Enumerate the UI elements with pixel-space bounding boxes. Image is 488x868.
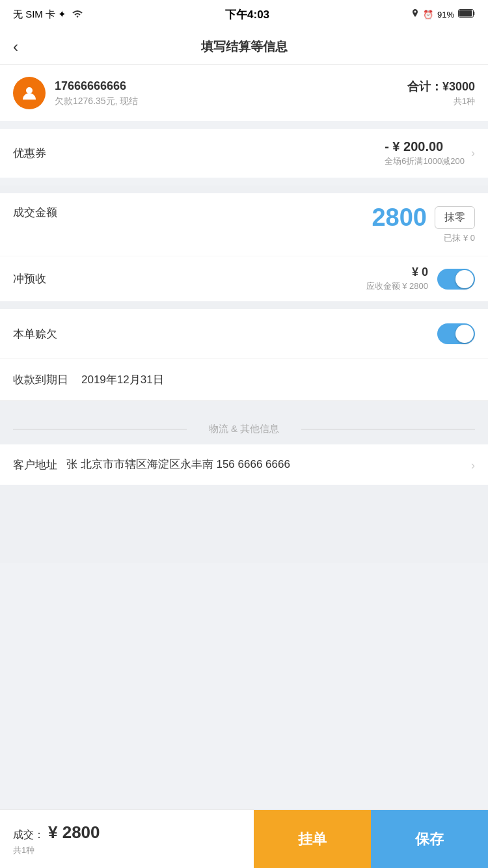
coupon-label: 优惠券	[13, 146, 46, 161]
location-icon	[411, 9, 419, 20]
section-divider-1	[0, 185, 488, 193]
logistics-text: 物流 & 其他信息	[209, 423, 279, 435]
total-count: 共1种	[407, 96, 475, 107]
section-divider-2	[0, 301, 488, 309]
toggle-knob	[455, 270, 474, 288]
credit-toggle-knob	[455, 325, 474, 343]
deal-amount-right: 2800 抹零 已抹 ¥ 0	[372, 205, 475, 244]
hold-button[interactable]: 挂单	[254, 810, 371, 869]
coupon-row[interactable]: 优惠券 - ¥ 200.00 全场6折满1000减200 ›	[0, 129, 488, 178]
due-date-value: 2019年12月31日	[81, 372, 164, 387]
status-bar: 无 SIM 卡 ✦ 下午4:03 ⏰ 91%	[0, 0, 488, 29]
due-date-row: 收款到期日 2019年12月31日	[0, 359, 488, 401]
logistics-divider: 物流 & 其他信息	[0, 414, 488, 444]
bottom-bar: 成交： ¥ 2800 共1种 挂单 保存	[0, 809, 488, 868]
deal-amount-sub: 已抹 ¥ 0	[372, 232, 475, 244]
customer-left: 17666666666 欠款1276.35元, 现结	[13, 77, 138, 109]
battery-text: 91%	[437, 10, 454, 20]
prepay-toggle[interactable]	[437, 269, 475, 290]
logistics-line-right	[301, 429, 475, 429]
section-divider-3	[0, 401, 488, 414]
address-chevron-icon: ›	[471, 456, 475, 472]
logistics-line-left	[13, 429, 187, 429]
total-value: 合计：¥3000	[407, 79, 475, 94]
prepay-amount: ¥ 0	[366, 265, 428, 279]
credit-label: 本单赊欠	[13, 327, 57, 342]
prepay-row: 冲预收 ¥ 0 应收金额 ¥ 2800	[0, 256, 488, 301]
wifi-icon	[72, 9, 83, 20]
prepay-label: 冲预收	[13, 271, 46, 286]
customer-total: 合计：¥3000 共1种	[407, 79, 475, 107]
bottom-count: 共1种	[13, 845, 241, 856]
status-time: 下午4:03	[225, 7, 269, 22]
deal-amount-value: 2800	[372, 205, 427, 230]
coupon-amount: - ¥ 200.00	[385, 139, 465, 154]
no-sim-text: 无 SIM 卡 ✦	[13, 8, 66, 21]
bottom-info: 成交： ¥ 2800 共1种	[0, 822, 254, 856]
svg-rect-1	[459, 10, 472, 17]
back-button[interactable]: ‹	[13, 38, 39, 56]
status-left: 无 SIM 卡 ✦	[13, 8, 83, 21]
due-date-label: 收款到期日	[13, 372, 68, 387]
bottom-deal-label: 成交：	[13, 828, 44, 842]
prepay-amount-group: ¥ 0 应收金额 ¥ 2800	[366, 265, 428, 292]
round-zero-button[interactable]: 抹零	[435, 206, 475, 229]
main-content: 17666666666 欠款1276.35元, 现结 合计：¥3000 共1种 …	[0, 65, 488, 628]
deal-amount-row: 成交金额 2800 抹零 已抹 ¥ 0	[0, 193, 488, 256]
coupon-chevron-icon: ›	[471, 146, 475, 160]
credit-toggle[interactable]	[437, 323, 475, 344]
credit-row: 本单赊欠	[0, 309, 488, 359]
bottom-deal: 成交： ¥ 2800	[13, 822, 241, 843]
coupon-desc: 全场6折满1000减200	[385, 156, 465, 167]
bottom-gray-area	[0, 485, 488, 563]
customer-info: 17666666666 欠款1276.35元, 现结	[55, 79, 138, 107]
prepay-sub: 应收金额 ¥ 2800	[366, 280, 428, 292]
nav-bar: ‹ 填写结算等信息	[0, 29, 488, 65]
alarm-icon: ⏰	[423, 10, 433, 20]
address-label: 客户地址	[13, 456, 57, 472]
svg-point-2	[26, 87, 33, 94]
save-button[interactable]: 保存	[371, 810, 488, 869]
customer-debt: 欠款1276.35元, 现结	[55, 96, 138, 107]
coupon-right: - ¥ 200.00 全场6折满1000减200 ›	[385, 139, 475, 167]
address-row[interactable]: 客户地址 张 北京市市辖区海淀区永丰南 156 6666 6666 ›	[0, 444, 488, 485]
status-right: ⏰ 91%	[411, 9, 475, 20]
prepay-right: ¥ 0 应收金额 ¥ 2800	[366, 265, 475, 292]
bottom-deal-amount: ¥ 2800	[48, 822, 100, 843]
hold-button-label: 挂单	[298, 830, 327, 849]
address-value: 张 北京市市辖区海淀区永丰南 156 6666 6666	[66, 456, 462, 473]
customer-card: 17666666666 欠款1276.35元, 现结 合计：¥3000 共1种	[0, 65, 488, 121]
avatar	[13, 77, 46, 109]
deal-amount-label: 成交金额	[13, 205, 57, 220]
battery-icon	[458, 9, 475, 20]
customer-phone: 17666666666	[55, 79, 138, 93]
save-button-label: 保存	[415, 830, 444, 849]
page-title: 填写结算等信息	[201, 38, 288, 55]
